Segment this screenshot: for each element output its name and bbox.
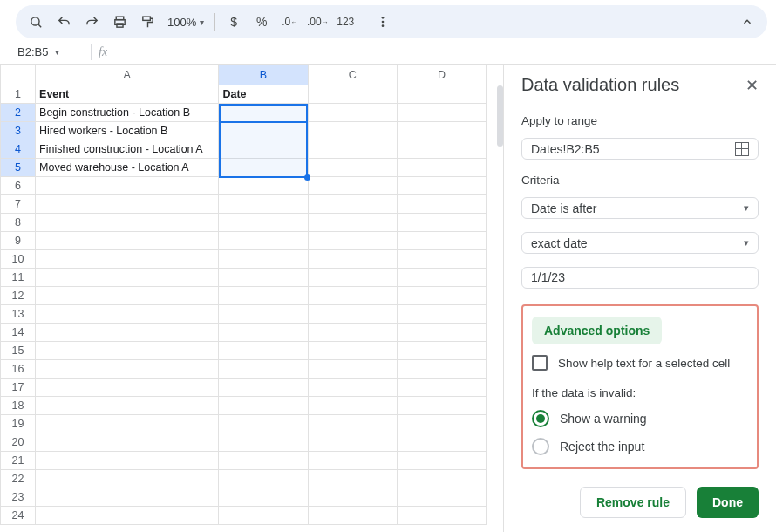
cell[interactable] bbox=[308, 488, 397, 507]
cell[interactable] bbox=[397, 415, 486, 433]
cell[interactable] bbox=[36, 452, 219, 470]
undo-icon[interactable] bbox=[51, 9, 77, 35]
cell[interactable] bbox=[219, 122, 308, 140]
row-header[interactable]: 23 bbox=[1, 488, 36, 507]
cell[interactable] bbox=[397, 287, 486, 305]
cell[interactable] bbox=[397, 433, 486, 452]
cell[interactable] bbox=[219, 305, 308, 324]
cell[interactable] bbox=[219, 342, 308, 360]
cell[interactable] bbox=[397, 360, 486, 379]
row-header[interactable]: 11 bbox=[1, 269, 36, 287]
cell[interactable] bbox=[308, 305, 397, 324]
cell[interactable] bbox=[397, 85, 486, 104]
cell[interactable] bbox=[308, 250, 397, 269]
decrease-decimal-icon[interactable]: .0← bbox=[276, 9, 303, 35]
cell[interactable] bbox=[308, 195, 397, 214]
cell[interactable] bbox=[36, 360, 219, 379]
row-header[interactable]: 2 bbox=[1, 104, 36, 122]
row-header[interactable]: 16 bbox=[1, 360, 36, 379]
row-header[interactable]: 17 bbox=[1, 379, 36, 397]
cell[interactable]: Event bbox=[36, 85, 219, 104]
row-header[interactable]: 7 bbox=[1, 195, 36, 214]
cell[interactable] bbox=[308, 214, 397, 232]
cell[interactable]: Moved warehouse - Location A bbox=[36, 159, 219, 177]
row-header[interactable]: 12 bbox=[1, 287, 36, 305]
cell[interactable] bbox=[308, 342, 397, 360]
cell[interactable]: Date bbox=[219, 85, 308, 104]
row-header[interactable]: 24 bbox=[1, 507, 36, 525]
row-header[interactable]: 3 bbox=[1, 122, 36, 140]
cell[interactable] bbox=[219, 452, 308, 470]
cell[interactable] bbox=[308, 122, 397, 140]
cell[interactable] bbox=[36, 507, 219, 525]
row-header[interactable]: 6 bbox=[1, 177, 36, 195]
cell[interactable] bbox=[219, 159, 308, 177]
cell[interactable] bbox=[308, 324, 397, 342]
row-header[interactable]: 21 bbox=[1, 452, 36, 470]
cell[interactable] bbox=[397, 324, 486, 342]
row-header[interactable]: 10 bbox=[1, 250, 36, 269]
currency-icon[interactable]: $ bbox=[221, 9, 247, 35]
cell[interactable] bbox=[219, 470, 308, 488]
collapse-toolbar-icon[interactable] bbox=[734, 9, 760, 35]
row-header[interactable]: 5 bbox=[1, 159, 36, 177]
cell[interactable] bbox=[36, 177, 219, 195]
cell[interactable]: Hired workers - Location B bbox=[36, 122, 219, 140]
cell[interactable] bbox=[397, 305, 486, 324]
range-input[interactable]: Dates!B2:B5 bbox=[521, 138, 759, 160]
row-header[interactable]: 14 bbox=[1, 324, 36, 342]
cell[interactable] bbox=[36, 470, 219, 488]
row-header[interactable]: 15 bbox=[1, 342, 36, 360]
cell[interactable] bbox=[36, 433, 219, 452]
cell[interactable] bbox=[397, 250, 486, 269]
col-header[interactable]: D bbox=[397, 65, 486, 85]
zoom-select[interactable]: 100% ▾ bbox=[162, 16, 209, 29]
cell[interactable] bbox=[36, 195, 219, 214]
cell[interactable] bbox=[397, 104, 486, 122]
radio-reject-input[interactable]: Reject the input bbox=[532, 438, 748, 455]
cell[interactable] bbox=[219, 397, 308, 415]
cell[interactable] bbox=[308, 360, 397, 379]
cell[interactable] bbox=[308, 232, 397, 250]
cell[interactable] bbox=[36, 232, 219, 250]
cell[interactable] bbox=[308, 397, 397, 415]
cell[interactable] bbox=[219, 177, 308, 195]
row-header[interactable]: 19 bbox=[1, 415, 36, 433]
search-icon[interactable] bbox=[23, 9, 49, 35]
cell[interactable] bbox=[308, 177, 397, 195]
cell[interactable] bbox=[308, 470, 397, 488]
cell[interactable] bbox=[219, 507, 308, 525]
cell[interactable] bbox=[397, 159, 486, 177]
cell[interactable] bbox=[397, 379, 486, 397]
cell[interactable]: Finished construction - Location A bbox=[36, 140, 219, 159]
cell[interactable] bbox=[219, 214, 308, 232]
row-header[interactable]: 8 bbox=[1, 214, 36, 232]
select-all-corner[interactable] bbox=[1, 65, 36, 85]
cell[interactable] bbox=[36, 397, 219, 415]
cell[interactable] bbox=[397, 397, 486, 415]
cell[interactable] bbox=[219, 140, 308, 159]
cell[interactable] bbox=[36, 379, 219, 397]
criteria-select-1[interactable]: Date is after ▾ bbox=[521, 197, 759, 219]
print-icon[interactable] bbox=[106, 9, 133, 35]
cell[interactable] bbox=[36, 342, 219, 360]
done-button[interactable]: Done bbox=[697, 487, 759, 518]
cell[interactable] bbox=[219, 415, 308, 433]
radio-show-warning[interactable]: Show a warning bbox=[532, 410, 748, 427]
cell[interactable] bbox=[308, 379, 397, 397]
advanced-options-button[interactable]: Advanced options bbox=[532, 317, 662, 344]
cell[interactable] bbox=[397, 214, 486, 232]
cell[interactable] bbox=[36, 415, 219, 433]
cell[interactable] bbox=[219, 195, 308, 214]
cell[interactable] bbox=[219, 360, 308, 379]
cell[interactable] bbox=[397, 195, 486, 214]
row-header[interactable]: 4 bbox=[1, 140, 36, 159]
cell[interactable] bbox=[308, 269, 397, 287]
cell[interactable] bbox=[36, 287, 219, 305]
cell[interactable] bbox=[308, 287, 397, 305]
cell[interactable] bbox=[219, 433, 308, 452]
cell[interactable]: Begin construction - Location B bbox=[36, 104, 219, 122]
cell[interactable] bbox=[219, 379, 308, 397]
col-header[interactable]: A bbox=[36, 65, 219, 85]
cell[interactable] bbox=[397, 122, 486, 140]
